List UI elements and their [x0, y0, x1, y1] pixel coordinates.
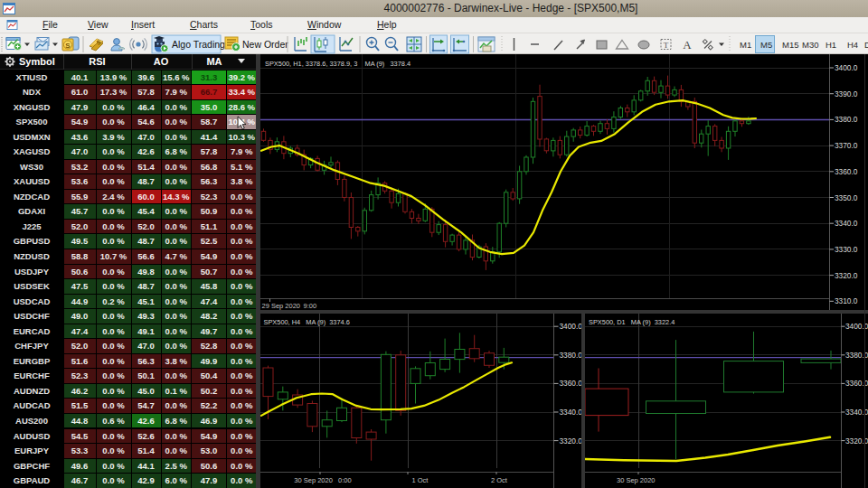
svg-text:2 Oct: 2 Oct — [491, 476, 508, 484]
svg-text:3380.0: 3380.0 — [560, 351, 583, 360]
svg-text:SPX500, D1 MA (9) 3322.4: SPX500, D1 MA (9) 3322.4 — [589, 318, 675, 326]
svg-text:SPX500, H4 MA (9) 3374.6: SPX500, H4 MA (9) 3374.6 — [264, 318, 350, 326]
svg-text:30 Sep 2020 0:00: 30 Sep 2020 0:00 — [294, 476, 351, 484]
svg-text:3340.0: 3340.0 — [560, 408, 583, 417]
svg-text:3360.0: 3360.0 — [560, 379, 583, 388]
svg-text:1 Oct: 1 Oct — [412, 476, 429, 484]
svg-text:3400.0: 3400.0 — [560, 322, 583, 331]
svg-text:30 Sep 2020: 30 Sep 2020 — [617, 476, 656, 484]
svg-text:3320.0: 3320.0 — [560, 436, 583, 446]
